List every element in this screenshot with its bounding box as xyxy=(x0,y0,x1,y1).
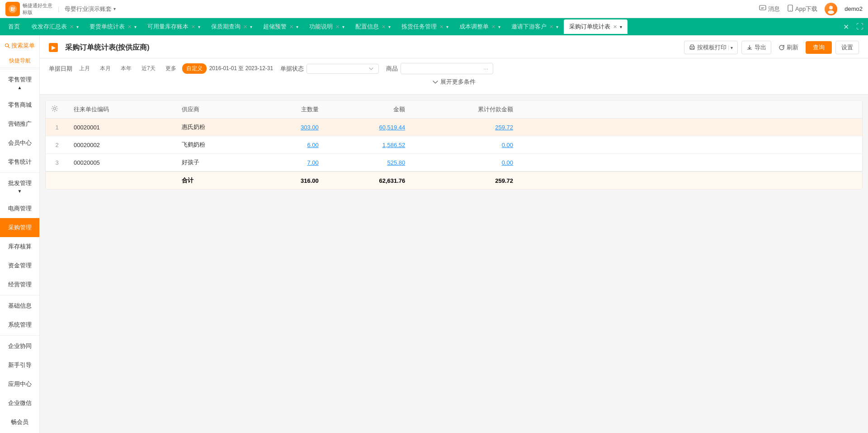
shortcut-more[interactable]: 更多 xyxy=(161,63,180,74)
sidebar-item-finance[interactable]: 资金管理 xyxy=(0,256,39,275)
tab-8[interactable]: 拣货任务管理 ✕ ▾ xyxy=(396,19,454,34)
tab-10[interactable]: 邀请下游客户 ✕ ▾ xyxy=(506,19,564,34)
col-empty xyxy=(519,100,862,119)
sidebar-item-marketing[interactable]: 营销推广 xyxy=(0,114,39,133)
table-row[interactable]: 3 00020005 好孩子 7.00 525.80 0.00 xyxy=(46,154,862,172)
cell-paid[interactable]: 0.00 xyxy=(410,154,519,172)
sidebar-item-retail-stat[interactable]: 零售统计 xyxy=(0,152,39,171)
close-tab-11[interactable]: ✕ xyxy=(613,24,617,30)
sidebar-item-retail[interactable]: 零售管理 ▲ xyxy=(0,70,39,95)
cell-supplier: 飞鹤奶粉 xyxy=(176,136,257,154)
close-tab-8[interactable]: ✕ xyxy=(439,24,443,30)
sidebar-quick-nav[interactable]: 快捷导航 xyxy=(0,54,39,68)
goods-search-input[interactable] xyxy=(406,65,481,72)
goods-more-icon[interactable]: ··· xyxy=(483,65,488,72)
sidebar-item-corp[interactable]: 企业协同 xyxy=(0,337,39,356)
date-range-display[interactable]: 2016-01-01 至 2023-12-31 xyxy=(209,65,273,72)
expand-more-row: 展开更多条件 xyxy=(49,74,859,90)
footer-amount: 62,631.76 xyxy=(324,171,411,189)
sidebar-item-appstore[interactable]: 应用中心 xyxy=(0,375,39,394)
shortcut-7days[interactable]: 近7天 xyxy=(137,63,160,74)
nav-close-all[interactable]: ✕ xyxy=(840,23,852,31)
close-tab-5[interactable]: ✕ xyxy=(289,24,293,30)
message-action[interactable]: 消息 xyxy=(759,5,780,13)
search-menu-button[interactable]: 搜索菜单 xyxy=(4,40,36,52)
sidebar-item-purchase[interactable]: 采购管理 xyxy=(0,218,39,237)
print-button[interactable]: 按模板打印 ▾ xyxy=(684,41,738,54)
print-dropdown-icon[interactable]: ▾ xyxy=(728,45,733,50)
cell-amount[interactable]: 60,519.44 xyxy=(324,119,411,136)
tab-4[interactable]: 保质期查询 ✕ ▾ xyxy=(206,19,258,34)
nav-fullscreen[interactable]: ⛶ xyxy=(854,23,866,31)
message-icon xyxy=(759,5,766,13)
close-tab-7[interactable]: ✕ xyxy=(382,24,386,30)
tab-3[interactable]: 可用量库存账本 ✕ ▾ xyxy=(142,19,206,34)
sidebar-item-wholesale[interactable]: 批发管理 ▼ xyxy=(0,174,39,199)
cell-qty[interactable]: 7.00 xyxy=(257,154,324,172)
setting-button[interactable]: 设置 xyxy=(835,41,859,54)
date-shortcuts: 上月 本月 本年 近7天 更多 自定义 xyxy=(75,63,207,74)
refresh-button[interactable]: 刷新 xyxy=(775,41,802,54)
expand-more-button[interactable]: 展开更多条件 xyxy=(432,78,476,86)
sidebar-item-ops[interactable]: 经营管理 xyxy=(0,275,39,294)
sidebar-item-member[interactable]: 会员中心 xyxy=(0,133,39,152)
logo-area: 财 畅捷通好生意 标版 xyxy=(5,2,52,16)
shortcut-last-month[interactable]: 上月 xyxy=(75,63,94,74)
status-select[interactable] xyxy=(307,64,379,74)
cell-unit-code: 00020001 xyxy=(68,119,176,136)
tab-home[interactable]: 首页 xyxy=(2,19,26,34)
cell-qty[interactable]: 6.00 xyxy=(257,136,324,154)
tab-5[interactable]: 超储预警 ✕ ▾ xyxy=(258,19,304,34)
logo-text: 畅捷通好生意 标版 xyxy=(23,2,52,15)
industry-selector[interactable]: 母婴行业演示账套 ▾ xyxy=(65,5,116,13)
close-tab-4[interactable]: ✕ xyxy=(243,24,247,30)
shortcut-custom[interactable]: 自定义 xyxy=(182,63,207,74)
column-settings-icon[interactable] xyxy=(51,105,58,112)
tab-1[interactable]: 收发存汇总表 ✕ ▾ xyxy=(26,19,84,34)
wholesale-arrow-icon: ▼ xyxy=(18,189,22,194)
app-download-action[interactable]: App下载 xyxy=(787,5,817,13)
shortcut-this-year[interactable]: 本年 xyxy=(117,63,136,74)
close-tab-10[interactable]: ✕ xyxy=(549,24,553,30)
cell-amount[interactable]: 1,586.52 xyxy=(324,136,411,154)
query-button[interactable]: 查询 xyxy=(806,41,832,54)
sidebar-item-member2[interactable]: 畅会员 xyxy=(0,413,39,432)
sidebar-item-wechat[interactable]: 企业微信 xyxy=(0,394,39,413)
sidebar-item-ecom[interactable]: 电商管理 xyxy=(0,199,39,218)
cell-amount[interactable]: 525.80 xyxy=(324,154,411,172)
close-tab-9[interactable]: ✕ xyxy=(491,24,495,30)
filter-goods-item: 商品 ··· xyxy=(386,63,493,74)
table-row[interactable]: 2 00020002 飞鹤奶粉 6.00 1,586.52 0.00 xyxy=(46,136,862,154)
close-tab-1[interactable]: ✕ xyxy=(70,24,74,30)
sidebar-item-guide[interactable]: 新手引导 xyxy=(0,356,39,375)
user-avatar[interactable] xyxy=(825,3,837,15)
shortcut-this-month[interactable]: 本月 xyxy=(96,63,115,74)
cell-paid[interactable]: 0.00 xyxy=(410,136,519,154)
mobile-icon xyxy=(787,5,793,13)
filter-status-item: 单据状态 xyxy=(280,64,379,74)
svg-point-5 xyxy=(829,6,833,10)
cell-paid[interactable]: 259.72 xyxy=(410,119,519,136)
tab-11-active[interactable]: 采购订单统计表 ✕ ▾ xyxy=(564,19,627,34)
cell-qty[interactable]: 303.00 xyxy=(257,119,324,136)
tab-7[interactable]: 配置信息 ✕ ▾ xyxy=(350,19,396,34)
export-button[interactable]: 导出 xyxy=(741,41,771,54)
expand-icon xyxy=(432,79,439,85)
table-row[interactable]: 1 00020001 惠氏奶粉 303.00 60,519.44 259.72 xyxy=(46,119,862,136)
nav-tabs: 首页 收发存汇总表 ✕ ▾ 要货单统计表 ✕ ▾ 可用量库存账本 ✕ ▾ 保质期… xyxy=(0,18,868,35)
tab-2[interactable]: 要货单统计表 ✕ ▾ xyxy=(84,19,142,34)
sidebar-item-basic[interactable]: 基础信息 xyxy=(0,296,39,315)
sidebar-item-retail-shop[interactable]: 零售商城 xyxy=(0,95,39,114)
sidebar-item-inventory[interactable]: 库存核算 xyxy=(0,237,39,256)
svg-rect-10 xyxy=(691,45,693,47)
top-bar-left: 财 畅捷通好生意 标版 | 母婴行业演示账套 ▾ xyxy=(5,2,116,16)
svg-point-6 xyxy=(828,10,834,14)
tab-6[interactable]: 功能说明 ✕ ▾ xyxy=(304,19,350,34)
close-tab-2[interactable]: ✕ xyxy=(127,24,132,30)
toggle-filter-icon[interactable]: ▶ xyxy=(49,43,58,52)
close-tab-3[interactable]: ✕ xyxy=(191,24,195,30)
user-name[interactable]: demo2 xyxy=(844,5,863,12)
tab-9[interactable]: 成本调整单 ✕ ▾ xyxy=(454,19,506,34)
close-tab-6[interactable]: ✕ xyxy=(335,24,340,30)
sidebar-item-system[interactable]: 系统管理 xyxy=(0,315,39,334)
